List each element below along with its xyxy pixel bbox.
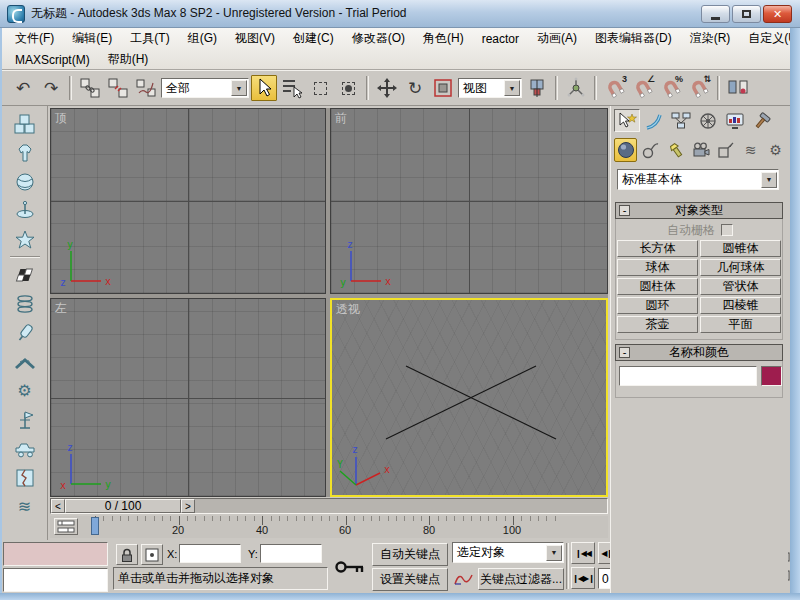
viewport-label-top[interactable]: 顶 [55, 110, 67, 127]
menu-item[interactable]: 角色(H) [414, 28, 473, 49]
maximize-button[interactable] [732, 5, 761, 23]
current-frame-marker[interactable] [91, 517, 99, 535]
rectangular-selection-region-button[interactable] [307, 75, 333, 101]
select-and-manipulate-button[interactable] [563, 75, 589, 101]
viewport-front[interactable]: 前 z x y [330, 108, 608, 294]
menu-item[interactable]: reactor [473, 30, 528, 48]
spring-button[interactable] [8, 289, 42, 318]
menu-item[interactable]: MAXScript(M) [6, 51, 99, 69]
primitive-category-dropdown[interactable]: 标准基本体 ▼ [617, 169, 779, 190]
mirror-button[interactable] [725, 75, 751, 101]
tab-motion[interactable] [695, 109, 721, 132]
selection-filter-dropdown[interactable]: 全部 ▼ [161, 78, 249, 98]
category-helpers-button[interactable] [714, 138, 737, 162]
select-object-button[interactable] [251, 75, 277, 101]
menu-item[interactable]: 图表编辑器(D) [586, 28, 681, 49]
undo-button[interactable]: ↶ [10, 75, 36, 101]
select-and-scale-button[interactable] [430, 75, 456, 101]
maxscript-mini-listener-macro[interactable] [3, 542, 108, 566]
menu-item[interactable]: 修改器(O) [343, 28, 414, 49]
dropdown-arrow-icon[interactable]: ▼ [231, 80, 247, 96]
key-mode-toggle-button[interactable]: ❙◀▶❙ [571, 567, 595, 589]
viewport-top[interactable]: 顶 y x z [50, 108, 326, 294]
toy-car-button[interactable] [8, 434, 42, 463]
maxscript-mini-listener-input[interactable] [3, 568, 108, 592]
track-bar[interactable]: 020406080100 [50, 516, 608, 538]
auto-key-button[interactable]: 自动关键点 [372, 543, 448, 566]
menu-item[interactable]: 工具(T) [121, 28, 178, 49]
object-type-button[interactable]: 四棱锥 [700, 297, 781, 314]
time-slider-track[interactable]: < 0 / 100 > [50, 498, 608, 514]
wind-button[interactable] [8, 405, 42, 434]
selection-set-dropdown[interactable]: 选定对象 ▼ [452, 542, 564, 563]
use-pivot-point-center-button[interactable] [524, 75, 550, 101]
object-type-button[interactable]: 长方体 [617, 240, 698, 257]
open-mini-curve-editor-button[interactable] [54, 518, 78, 535]
default-in-out-tangents-button[interactable] [452, 568, 474, 589]
snaps-toggle-button[interactable]: 3 [602, 75, 628, 101]
tab-create[interactable] [614, 109, 640, 132]
menu-item[interactable]: 动画(A) [528, 28, 586, 49]
select-by-name-button[interactable] [279, 75, 305, 101]
menu-item[interactable]: 帮助(H) [99, 49, 158, 70]
object-type-button[interactable]: 平面 [700, 316, 781, 333]
dropdown-arrow-icon[interactable]: ▼ [504, 80, 520, 96]
object-type-button[interactable]: 茶壶 [617, 316, 698, 333]
autogrid-checkbox[interactable] [721, 224, 733, 236]
tab-modify[interactable] [641, 109, 667, 132]
category-cameras-button[interactable] [689, 138, 712, 162]
category-shapes-button[interactable] [639, 138, 662, 162]
menu-item[interactable]: 渲染(R) [681, 28, 740, 49]
viewport-label-left[interactable]: 左 [55, 300, 67, 317]
percent-snap-toggle-button[interactable]: % [658, 75, 684, 101]
spinner-snap-toggle-button[interactable]: ⇅ [686, 75, 712, 101]
select-and-rotate-button[interactable]: ↻ [402, 75, 428, 101]
category-systems-button[interactable]: ⚙ [764, 138, 787, 162]
object-color-swatch[interactable] [761, 366, 782, 386]
name-color-rollout-header[interactable]: - 名称和颜色 [615, 344, 783, 361]
object-name-field[interactable] [619, 366, 757, 386]
category-geometry-button[interactable] [614, 138, 637, 162]
app-logo-icon[interactable] [7, 5, 25, 23]
object-type-button[interactable]: 圆锥体 [700, 240, 781, 257]
next-frame-arrow-button[interactable]: > [181, 499, 195, 513]
soft-body-collection-button[interactable] [8, 167, 42, 196]
rigid-body-collection-button[interactable] [8, 109, 42, 138]
set-key-button[interactable]: 设置关键点 [372, 568, 448, 591]
viewport-perspective[interactable]: 透视 z x Y [330, 298, 608, 497]
angle-snap-toggle-button[interactable]: ∠ [630, 75, 656, 101]
motor-button[interactable]: ⚙ [8, 376, 42, 405]
deforming-mesh-collection-button[interactable] [8, 225, 42, 254]
collapse-icon[interactable]: - [619, 347, 630, 358]
dropdown-arrow-icon[interactable]: ▼ [761, 172, 777, 188]
linear-dashpot-button[interactable] [8, 318, 42, 347]
menu-item[interactable]: 创建(C) [284, 28, 343, 49]
menu-item[interactable]: 编辑(E) [63, 28, 121, 49]
collapse-icon[interactable]: - [619, 205, 630, 216]
select-and-move-button[interactable] [374, 75, 400, 101]
go-to-start-button[interactable]: ❙◀◀ [571, 542, 595, 564]
window-crossing-button[interactable] [335, 75, 361, 101]
cloth-collection-button[interactable] [8, 138, 42, 167]
viewport-left[interactable]: 左 z y x [50, 298, 326, 497]
menu-item[interactable]: 组(G) [179, 28, 226, 49]
y-coordinate-field[interactable] [260, 544, 322, 563]
track-bar-ruler[interactable] [91, 516, 563, 538]
object-type-button[interactable]: 圆柱体 [617, 278, 698, 295]
minimize-button[interactable] [701, 5, 730, 23]
key-filters-button[interactable]: 关键点过滤器... [478, 568, 564, 590]
time-slider-button[interactable]: 0 / 100 [65, 499, 181, 513]
unlink-selection-button[interactable] [105, 75, 131, 101]
previous-frame-arrow-button[interactable]: < [51, 499, 65, 513]
object-type-button[interactable]: 圆环 [617, 297, 698, 314]
plane-button[interactable] [8, 260, 42, 289]
object-type-button[interactable]: 管状体 [700, 278, 781, 295]
window-border-right[interactable] [790, 28, 800, 600]
menu-item[interactable]: 文件(F) [6, 28, 63, 49]
x-coordinate-field[interactable] [179, 544, 241, 563]
select-and-link-button[interactable] [77, 75, 103, 101]
category-lights-button[interactable] [664, 138, 687, 162]
set-keys-button[interactable] [331, 546, 368, 588]
title-bar[interactable]: 无标题 - Autodesk 3ds Max 8 SP2 - Unregiste… [0, 0, 800, 28]
window-border-bottom[interactable] [0, 593, 800, 600]
